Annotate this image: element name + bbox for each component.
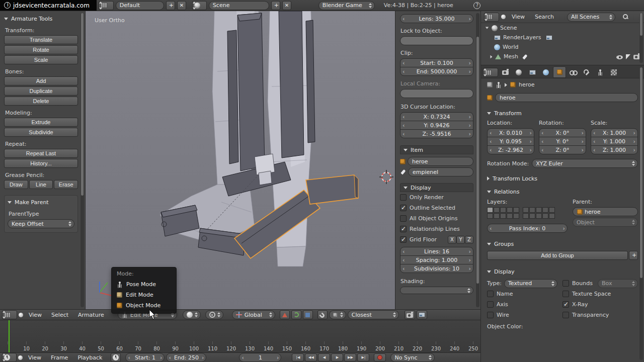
outliner-scope-dropdown[interactable]: All Scenes xyxy=(567,13,615,22)
header-collapse-icon[interactable] xyxy=(18,355,23,360)
tab-object-data[interactable] xyxy=(594,66,607,78)
lock-to-object-field[interactable] xyxy=(400,36,473,45)
viewport-menu-view[interactable]: View xyxy=(25,312,46,318)
outliner-scrollbar[interactable] xyxy=(639,13,643,63)
snap-element-dropdown[interactable] xyxy=(329,310,346,319)
checkbox-texture-space[interactable] xyxy=(562,291,569,297)
panel-header-transform-locks[interactable]: Transform Locks xyxy=(487,174,638,183)
layer-cell[interactable] xyxy=(536,207,542,213)
viewport-menu-select[interactable]: Select xyxy=(47,312,72,318)
viewport-3d-scene[interactable] xyxy=(86,11,395,309)
new-group-button[interactable] xyxy=(629,251,638,260)
outliner-menu-search[interactable]: Search xyxy=(531,14,558,20)
record-button[interactable] xyxy=(374,353,386,361)
layer-cell[interactable] xyxy=(487,213,493,219)
checkbox-only-render[interactable] xyxy=(400,194,407,201)
tree-row-renderlayers[interactable]: RenderLayers xyxy=(481,33,644,42)
header-collapse-icon[interactable] xyxy=(19,313,23,317)
eye-icon[interactable] xyxy=(616,55,623,59)
scrollbar-thumb[interactable] xyxy=(476,37,479,284)
layer-cell[interactable] xyxy=(542,213,548,219)
clip-end-field[interactable]: End: 5000.000 xyxy=(400,67,473,76)
add-bone-button[interactable]: Add xyxy=(4,76,78,85)
grease-draw-button[interactable]: Draw xyxy=(4,180,28,189)
play-reverse-button[interactable]: ◀ xyxy=(318,353,330,361)
play-button[interactable]: ▶ xyxy=(331,353,343,361)
jump-to-end-button[interactable]: ▶| xyxy=(357,353,369,361)
shading-mode-dropdown[interactable] xyxy=(400,287,473,294)
scrollbar-thumb[interactable] xyxy=(81,13,84,196)
tool-shelf-scrollbar[interactable] xyxy=(80,13,84,307)
panel-header-transform[interactable]: Transform xyxy=(487,109,638,118)
editor-type-button[interactable] xyxy=(483,68,498,77)
menu-item-object-mode[interactable]: Object Mode xyxy=(112,300,176,311)
scrollbar-thumb[interactable] xyxy=(640,13,642,36)
parent-type-dropdown[interactable]: Keep Offset xyxy=(8,219,74,228)
cursor-y-field[interactable]: Y: 0.9426 xyxy=(400,121,473,130)
outliner-menu-view[interactable]: View xyxy=(508,14,529,20)
grid-lines-field[interactable]: Lines: 16 xyxy=(400,247,473,256)
lens-slider[interactable]: Lens: 35.000 xyxy=(400,14,473,23)
viewport-3d[interactable]: User Ortho xyxy=(86,11,395,309)
layer-cell[interactable] xyxy=(494,213,500,219)
tree-row-world[interactable]: World xyxy=(481,42,644,52)
viewport-shading-dropdown[interactable] xyxy=(183,310,201,319)
snap-target-dropdown[interactable]: Closest xyxy=(348,310,399,319)
editor-type-button[interactable] xyxy=(2,310,17,319)
grid-subdivisions-field[interactable]: Subdivisions: 10 xyxy=(400,264,473,273)
rotate-button[interactable]: Rotate xyxy=(4,45,78,54)
snap-toggle[interactable] xyxy=(317,310,328,319)
checkbox-x-ray[interactable] xyxy=(562,301,569,308)
scale-y-field[interactable]: Y: 1.000 xyxy=(591,137,638,146)
editor-type-button[interactable] xyxy=(99,1,114,10)
layer-cell[interactable] xyxy=(507,207,513,213)
subdivide-button[interactable]: Subdivide xyxy=(4,128,78,137)
rotation-mode-dropdown[interactable]: XYZ Euler xyxy=(532,159,638,168)
axis-y-toggle[interactable]: Y xyxy=(456,236,465,244)
tab-render[interactable] xyxy=(499,66,512,78)
repeat-last-button[interactable]: Repeat Last xyxy=(4,149,78,158)
tree-row-scene[interactable]: Scene xyxy=(481,23,644,33)
timeline-menu-view[interactable]: View xyxy=(24,354,45,361)
menu-item-pose-mode[interactable]: Pose Mode xyxy=(112,279,176,290)
layer-cell[interactable] xyxy=(507,213,513,219)
active-object-field[interactable]: heroe xyxy=(408,157,473,166)
render-engine-dropdown[interactable]: Blender Game xyxy=(318,1,375,10)
panel-header-object-display[interactable]: Display xyxy=(487,267,638,276)
add-layout-button[interactable] xyxy=(166,1,175,10)
layer-cell[interactable] xyxy=(542,207,548,213)
checkbox-grid-floor[interactable] xyxy=(400,236,407,243)
properties-scrollbar[interactable] xyxy=(639,67,643,360)
checkbox-bounds[interactable] xyxy=(562,280,569,287)
translate-button[interactable]: Translate xyxy=(4,35,78,44)
frame-start-field[interactable]: Start: 1 xyxy=(125,353,165,362)
viewport-menu-armature[interactable]: Armature xyxy=(74,312,108,318)
current-frame-field[interactable]: 1 xyxy=(239,353,281,362)
orientation-dropdown[interactable]: Global xyxy=(232,310,275,319)
timeline-menu-playback[interactable]: Playback xyxy=(73,354,106,361)
rotation-z-field[interactable]: Z: 0° xyxy=(539,145,586,154)
sync-dropdown[interactable]: No Sync xyxy=(390,353,435,362)
layer-cell[interactable] xyxy=(536,213,542,219)
layer-cell[interactable] xyxy=(549,213,555,219)
prev-keyframe-button[interactable]: ◀◀ xyxy=(305,353,317,361)
editor-type-button[interactable] xyxy=(2,353,17,362)
checkbox-axis[interactable] xyxy=(487,301,494,308)
panel-header-make-parent[interactable]: Make Parent xyxy=(8,198,74,207)
cursor-z-field[interactable]: Z: -5.9516 xyxy=(400,129,473,138)
frame-end-field[interactable]: End: 250 xyxy=(166,353,206,362)
panel-header-item[interactable]: Item xyxy=(400,145,473,154)
delete-layout-button[interactable] xyxy=(177,1,186,10)
manipulator-rotate-toggle[interactable] xyxy=(291,310,301,319)
checkbox-name[interactable] xyxy=(487,291,494,297)
manipulator-translate-toggle[interactable] xyxy=(280,310,290,319)
tab-render-layers[interactable] xyxy=(526,66,539,78)
menu-item-edit-mode[interactable]: Edit Mode xyxy=(112,290,176,300)
grease-line-button[interactable]: Line xyxy=(29,180,53,189)
location-y-field[interactable]: Y: 0.095 xyxy=(487,137,534,146)
bounds-shape-dropdown[interactable]: Box xyxy=(598,279,638,288)
timeline-ruler[interactable]: 10 20 30 40 50 60 70 80 90 100 110 120 1… xyxy=(0,320,480,352)
rotation-x-field[interactable]: X: 0° xyxy=(539,128,586,137)
help-icon[interactable] xyxy=(473,2,480,9)
tab-world[interactable] xyxy=(539,66,552,78)
